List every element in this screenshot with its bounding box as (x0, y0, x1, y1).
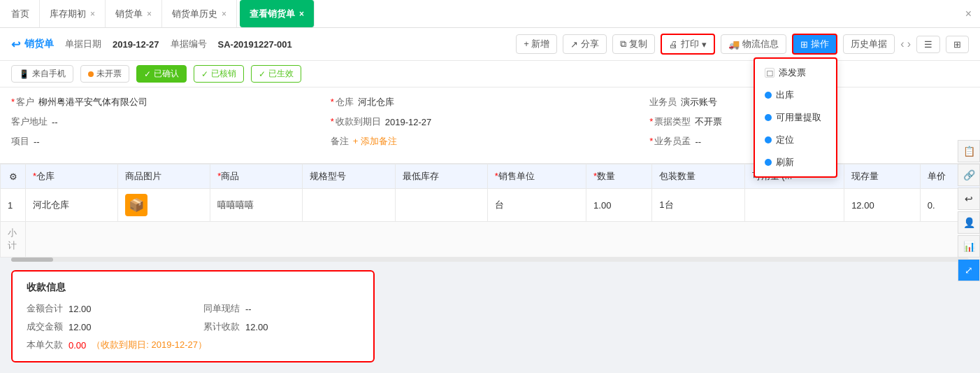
menu-outbound[interactable]: 出库 (755, 84, 836, 106)
effective-check-icon: ✓ (259, 69, 266, 79)
add-note-button[interactable]: 添加备注 (353, 135, 397, 148)
cumulative-receipt-row: 累计收款 12.00 (203, 321, 359, 333)
address-value: -- (52, 117, 58, 127)
tab-home[interactable]: 首页 (6, 0, 40, 27)
date-label: 单据日期 (65, 38, 101, 50)
copy-icon: ⧉ (620, 38, 626, 50)
horizontal-scrollbar[interactable] (11, 258, 969, 262)
rs-icon-4[interactable]: 👤 (958, 211, 980, 234)
next-arrow[interactable]: › (907, 38, 911, 50)
confirmed-button[interactable]: ✓ 已确认 (136, 65, 187, 83)
project-field: 项目 -- (11, 135, 331, 148)
operation-dropdown-wrap: ⊞ 操作 □ 添发票 出库 可用量提取 定位 (792, 34, 837, 55)
table-subtotal-row: 小计 (1, 222, 980, 258)
operation-dropdown-menu: □ 添发票 出库 可用量提取 定位 刷新 (754, 57, 837, 178)
product-image: 📦 (125, 194, 147, 216)
copy-button[interactable]: ⧉ 复制 (612, 34, 655, 54)
payment-section: 收款信息 金额合计 12.00 同单现结 -- 成交金额 12.00 累计收款 … (11, 270, 375, 363)
transaction-value: 12.00 (69, 322, 92, 332)
tab-sales-order[interactable]: 销货单 × (106, 0, 162, 27)
close-sales-tab[interactable]: × (147, 9, 152, 19)
rs-icon-expand[interactable]: ⤢ (958, 259, 980, 281)
doc-title-section: ↩ 销货单 (11, 38, 54, 51)
td-subtotal-empty (26, 222, 980, 258)
th-warehouse: *仓库 (26, 164, 118, 189)
not-open-ticket-button[interactable]: 未开票 (80, 65, 129, 83)
scroll-thumb[interactable] (11, 258, 53, 262)
address-label: 客户地址 (11, 115, 48, 128)
tab-home-label: 首页 (11, 8, 29, 20)
truck-icon: 🚚 (728, 39, 740, 50)
nav-arrows: ‹ › (900, 38, 911, 50)
td-pack-qty: 1台 (652, 189, 744, 222)
list-view-button[interactable]: ⊞ (946, 36, 969, 53)
tab-inventory-init[interactable]: 库存期初 × (40, 0, 106, 27)
invoice-icon: □ (765, 68, 774, 78)
doc-type-label: 销货单 (24, 38, 54, 50)
menu-locate[interactable]: 定位 (755, 129, 836, 151)
rs-icon-1[interactable]: 📋 (958, 140, 980, 162)
new-button[interactable]: + 新增 (516, 34, 557, 54)
close-history-tab[interactable]: × (222, 9, 226, 19)
th-gear[interactable]: ⚙ (1, 164, 26, 189)
share-button[interactable]: ↗ 分享 (563, 34, 607, 54)
history-button[interactable]: 历史单据 (843, 34, 895, 54)
note-label: 备注 (331, 135, 349, 148)
menu-available-qty[interactable]: 可用量提取 (755, 106, 836, 129)
date-value: 2019-12-27 (113, 39, 159, 50)
print-dropdown-arrow: ▾ (702, 39, 707, 50)
table-row: 1 河北仓库 📦 嘻嘻嘻嘻 台 1.00 1台 12.00 0. (1, 189, 980, 222)
not-open-dot (88, 71, 94, 77)
print-button[interactable]: 🖨 打印 ▾ (661, 34, 715, 55)
rs-icon-3[interactable]: ↩ (958, 188, 980, 210)
right-sidebar: 📋 🔗 ↩ 👤 📊 ⤢ (958, 140, 980, 281)
warehouse-label: 仓库 (331, 96, 354, 108)
locate-dot (765, 136, 772, 143)
check-icon: ✓ (201, 69, 208, 79)
cancelled-badge[interactable]: ✓ 已核销 (194, 65, 244, 83)
tab-check-sales-label: 查看销货单 (250, 8, 295, 20)
tab-check-sales[interactable]: 查看销货单 × (240, 0, 315, 27)
td-quantity: 1.00 (586, 189, 652, 222)
grid-view-button[interactable]: ☰ (916, 36, 940, 53)
rs-icon-5[interactable]: 📊 (958, 235, 980, 258)
prev-arrow[interactable]: ‹ (900, 38, 904, 50)
close-check-tab[interactable]: × (299, 9, 304, 19)
operation-button[interactable]: ⊞ 操作 (792, 34, 837, 55)
tab-sales-history[interactable]: 销货单历史 × (162, 0, 237, 27)
th-product: *商品 (210, 164, 303, 189)
owed-value: 0.00 (69, 340, 86, 351)
from-mobile-button[interactable]: 📱 来自手机 (11, 65, 73, 83)
products-table: ⚙ *仓库 商品图片 *商品 规格型号 最低库存 *销售单位 *数量 包装数量 … (0, 164, 980, 258)
doc-meta: 单据日期 2019-12-27 单据编号 SA-20191227-001 (65, 38, 292, 50)
close-all-tabs[interactable]: × (965, 8, 972, 20)
total-amount-value: 12.00 (69, 304, 92, 314)
rs-icon-2[interactable]: 🔗 (958, 164, 980, 186)
table-wrap: ⚙ *仓库 商品图片 *商品 规格型号 最低库存 *销售单位 *数量 包装数量 … (0, 164, 980, 258)
operation-icon: ⊞ (800, 39, 808, 50)
business-value: -- (695, 136, 701, 147)
transaction-amount-row: 成交金额 12.00 (27, 321, 182, 333)
tab-sales-order-label: 销货单 (115, 8, 143, 20)
warehouse-field: 仓库 河北仓库 (331, 96, 650, 108)
logistics-button[interactable]: 🚚 物流信息 (721, 34, 786, 54)
customer-field: 客户 柳州粤港平安气体有限公司 (11, 96, 331, 108)
td-product-img: 📦 (118, 189, 210, 222)
td-available (744, 189, 844, 222)
confirm-check-icon: ✓ (144, 69, 151, 79)
owed-label: 本单欠款 (27, 339, 63, 351)
th-pack-qty: 包装数量 (652, 164, 744, 189)
th-quantity: *数量 (586, 164, 652, 189)
share-icon: ↗ (570, 39, 578, 50)
customer-value: 柳州粤港平安气体有限公司 (38, 96, 147, 108)
mobile-icon: 📱 (19, 69, 29, 79)
cumulative-value: 12.00 (245, 322, 268, 332)
salesperson-value: 演示账号 (681, 96, 717, 108)
td-warehouse: 河北仓库 (26, 189, 118, 222)
effective-badge[interactable]: ✓ 已生效 (251, 65, 301, 83)
due-date-value: 2019-12-27 (385, 117, 432, 127)
menu-add-invoice[interactable]: □ 添发票 (755, 62, 836, 84)
menu-refresh[interactable]: 刷新 (755, 151, 836, 174)
close-inventory-tab[interactable]: × (90, 9, 95, 19)
td-product: 嘻嘻嘻嘻 (210, 189, 303, 222)
